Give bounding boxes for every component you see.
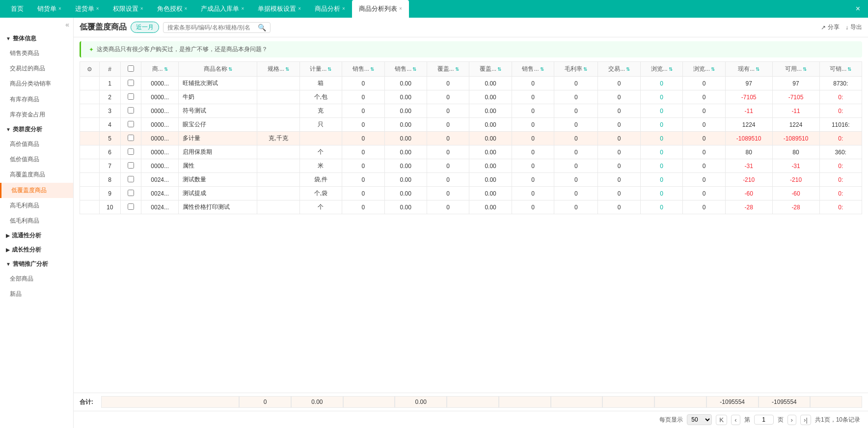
sidebar-item-in-stock[interactable]: 有库存商品 xyxy=(0,92,73,107)
nav-product-analysis-list[interactable]: 商品分析列表 × xyxy=(352,0,409,18)
sidebar-section-liquidity[interactable]: ▶ 流通性分析 xyxy=(0,228,73,243)
col-cover2[interactable]: 覆盖...⇅ xyxy=(469,62,512,77)
col-unit[interactable]: 计量...⇅ xyxy=(299,62,342,77)
page-number-input[interactable] xyxy=(754,415,774,425)
first-page-button[interactable]: K xyxy=(716,415,727,425)
nav-template-settings[interactable]: 单据模板设置 × xyxy=(251,0,308,18)
sidebar-item-low-margin[interactable]: 低毛利商品 xyxy=(0,213,73,228)
row-checkbox[interactable] xyxy=(120,145,141,159)
row-sales3: 0 xyxy=(512,200,554,214)
row-checkbox[interactable] xyxy=(120,132,141,145)
window-close-button[interactable]: × xyxy=(852,4,864,13)
row-browse2: 0 xyxy=(683,118,725,132)
sidebar-item-high-value[interactable]: 高价值商品 xyxy=(0,137,73,152)
row-browse1[interactable]: 0 xyxy=(640,187,682,200)
sidebar-collapse-button[interactable]: « xyxy=(0,18,73,31)
row-browse1[interactable]: 0 xyxy=(640,132,682,145)
row-spec xyxy=(257,200,299,214)
row-browse1[interactable]: 0 xyxy=(640,77,682,90)
search-input[interactable] xyxy=(167,24,256,31)
row-checkbox[interactable] xyxy=(120,90,141,104)
sidebar-section-growth[interactable]: ▶ 成长性分析 xyxy=(0,243,73,257)
row-cover1: 0 xyxy=(427,159,469,173)
col-sales2[interactable]: 销售...⇅ xyxy=(384,62,427,77)
col-browse2[interactable]: 浏览...⇅ xyxy=(683,62,725,77)
nav-permissions[interactable]: 权限设置 × xyxy=(106,0,150,18)
sidebar-item-low-value[interactable]: 低价值商品 xyxy=(0,152,73,167)
next-page-button[interactable]: › xyxy=(787,415,796,425)
sidebar-item-all-products[interactable]: 全部商品 xyxy=(0,271,73,286)
nav-home[interactable]: 首页 xyxy=(4,0,30,18)
col-code[interactable]: 商...⇅ xyxy=(141,62,179,77)
col-stock2[interactable]: 可用...⇅ xyxy=(772,62,819,77)
row-checkbox[interactable] xyxy=(120,173,141,187)
search-icon[interactable]: 🔍 xyxy=(258,24,266,31)
sidebar-item-stock-capital[interactable]: 库存资金占用 xyxy=(0,107,73,122)
row-checkbox[interactable] xyxy=(120,77,141,90)
prev-page-button[interactable]: ‹ xyxy=(731,415,740,425)
col-stock3[interactable]: 可销...⇅ xyxy=(819,62,862,77)
row-browse1[interactable]: 0 xyxy=(640,118,682,132)
select-all-checkbox[interactable] xyxy=(128,65,134,72)
row-gross: 0 xyxy=(554,77,598,90)
filter-period-button[interactable]: 近一月 xyxy=(131,22,159,33)
row-sales1: 0 xyxy=(342,145,384,159)
col-stock1[interactable]: 现有...⇅ xyxy=(725,62,772,77)
sidebar-item-sales-goods[interactable]: 销售类商品 xyxy=(0,46,73,61)
row-cover2: 0.00 xyxy=(469,159,512,173)
nav-product-entry[interactable]: 产成品入库单 × xyxy=(194,0,251,18)
col-sales1[interactable]: 销售...⇅ xyxy=(342,62,384,77)
row-settings xyxy=(80,118,100,132)
row-gross: 0 xyxy=(554,90,598,104)
share-button[interactable]: ↗ 分享 xyxy=(821,23,840,31)
sidebar-item-high-coverage[interactable]: 高覆盖度商品 xyxy=(0,167,73,182)
row-name: 旺辅批次测试 xyxy=(179,77,257,90)
col-settings[interactable]: ⚙ xyxy=(80,62,100,77)
row-checkbox[interactable] xyxy=(120,104,141,118)
row-cover2: 0.00 xyxy=(469,187,512,200)
sidebar-item-high-margin[interactable]: 高毛利商品 xyxy=(0,198,73,213)
row-sales1: 0 xyxy=(342,90,384,104)
row-unit: 只 xyxy=(299,118,342,132)
nav-sales-order[interactable]: 销货单 × xyxy=(30,0,68,18)
sidebar-section-marketing[interactable]: ▼ 营销推广分析 xyxy=(0,257,73,271)
row-browse2: 0 xyxy=(683,159,725,173)
footer-total-label: 合计: xyxy=(80,398,93,406)
row-checkbox[interactable] xyxy=(120,159,141,173)
row-checkbox[interactable] xyxy=(120,187,141,200)
page-size-select[interactable]: 50 100 200 xyxy=(687,414,712,425)
table-row: 2 0000... 牛奶 个,包 0 0.00 0 0.00 0 0 0 0 0… xyxy=(80,90,862,104)
row-browse1[interactable]: 0 xyxy=(640,159,682,173)
row-browse1[interactable]: 0 xyxy=(640,145,682,159)
row-number: 10 xyxy=(99,200,120,214)
export-button[interactable]: ↓ 导出 xyxy=(845,23,862,31)
col-spec[interactable]: 规格...⇅ xyxy=(257,62,299,77)
sidebar-section-overall[interactable]: ▼ 整体信息 xyxy=(0,31,73,46)
last-page-button[interactable]: ›| xyxy=(800,415,811,425)
sidebar-item-traded-goods[interactable]: 交易过的商品 xyxy=(0,61,73,76)
col-gross[interactable]: 毛利率⇅ xyxy=(554,62,598,77)
row-browse1[interactable]: 0 xyxy=(640,200,682,214)
nav-product-analysis[interactable]: 商品分析 × xyxy=(308,0,352,18)
row-browse1[interactable]: 0 xyxy=(640,104,682,118)
col-trade[interactable]: 交易...⇅ xyxy=(598,62,640,77)
col-checkbox-header[interactable] xyxy=(120,62,141,77)
sidebar-section-cluster[interactable]: ▼ 类群度分析 xyxy=(0,122,73,137)
table-row: 6 0000... 启用保质期 个 0 0.00 0 0.00 0 0 0 0 … xyxy=(80,145,862,159)
sidebar-item-category-turnover[interactable]: 商品分类动销率 xyxy=(0,76,73,91)
nav-role-auth[interactable]: 角色授权 × xyxy=(150,0,194,18)
row-checkbox[interactable] xyxy=(120,200,141,214)
row-cover2: 0.00 xyxy=(469,104,512,118)
col-cover1[interactable]: 覆盖...⇅ xyxy=(427,62,469,77)
row-settings xyxy=(80,104,100,118)
nav-purchase-order[interactable]: 进货单 × xyxy=(68,0,106,18)
sidebar-item-new-products[interactable]: 新品 xyxy=(0,286,73,302)
row-browse1[interactable]: 0 xyxy=(640,173,682,187)
row-unit: 个 xyxy=(299,200,342,214)
col-sales3[interactable]: 销售...⇅ xyxy=(512,62,554,77)
col-browse1[interactable]: 浏览...⇅ xyxy=(640,62,682,77)
col-name[interactable]: 商品名称⇅ xyxy=(179,62,257,77)
row-checkbox[interactable] xyxy=(120,118,141,132)
sidebar-item-low-coverage[interactable]: 低覆盖度商品 xyxy=(0,183,73,198)
row-browse1[interactable]: 0 xyxy=(640,90,682,104)
